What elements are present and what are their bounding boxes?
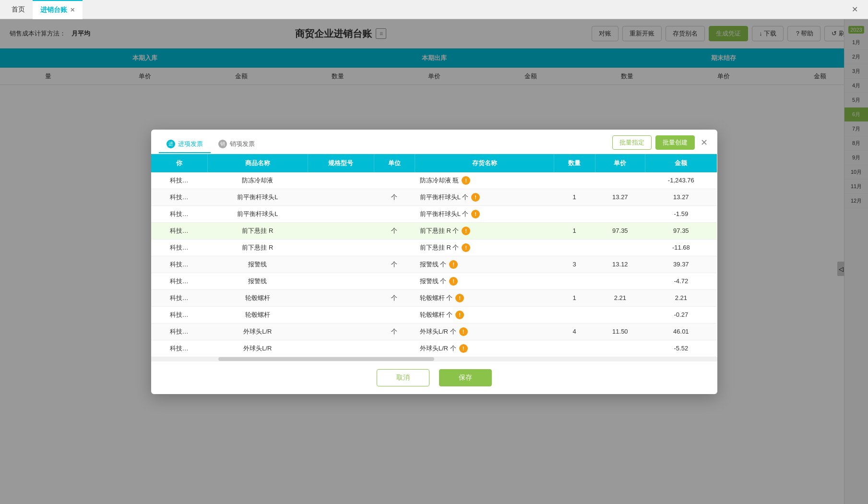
- modal-scrollbar-area[interactable]: [151, 357, 717, 361]
- cell-qty: [554, 273, 595, 289]
- cell-company: 科技…: [151, 172, 208, 189]
- tab-ledger[interactable]: 进销台账 ✕: [33, 0, 83, 19]
- warning-icon[interactable]: !: [462, 243, 470, 252]
- tab-ledger-close[interactable]: ✕: [70, 7, 75, 13]
- cell-inventory: 轮毂螺杆 个!: [415, 289, 554, 306]
- cell-spec: [308, 222, 374, 239]
- cell-product: 报警线: [207, 273, 308, 289]
- cell-product: 外球头L/R: [207, 323, 308, 340]
- cell-price: 13.12: [595, 256, 645, 273]
- cell-unit: [374, 205, 415, 222]
- tab-home[interactable]: 首页: [4, 0, 33, 19]
- cell-amount: -0.27: [645, 306, 717, 323]
- tab-bar: 首页 进销台账 ✕ ✕: [0, 0, 868, 19]
- cell-price: [595, 306, 645, 323]
- cancel-button[interactable]: 取消: [377, 369, 429, 386]
- window-close-button[interactable]: ✕: [845, 0, 864, 19]
- cell-qty: 1: [554, 189, 595, 205]
- main-page: 销售成本计算方法： 月平均 商贸企业进销台账 ≡ 对账 重新开账 存货别名 生成…: [0, 19, 868, 504]
- cell-inventory: 报警线 个!: [415, 273, 554, 289]
- warning-icon[interactable]: !: [455, 311, 464, 319]
- cell-product: 前平衡杆球头L: [207, 205, 308, 222]
- cell-spec: [308, 273, 374, 289]
- cell-amount: -5.52: [645, 340, 717, 357]
- col-product: 商品名称: [207, 154, 308, 172]
- cell-spec: [308, 256, 374, 273]
- cell-unit: 个: [374, 289, 415, 306]
- cell-product: 前下悬挂 R: [207, 222, 308, 239]
- cell-product: 轮毂螺杆: [207, 289, 308, 306]
- warning-icon[interactable]: !: [471, 210, 480, 218]
- cell-product: 报警线: [207, 256, 308, 273]
- cell-company: 科技…: [151, 289, 208, 306]
- cell-price: 11.50: [595, 323, 645, 340]
- tab-bar-right: ✕: [845, 0, 864, 19]
- table-row: 科技…外球头L/R个外球头L/R 个!411.5046.01: [151, 323, 717, 340]
- cell-unit: 个: [374, 222, 415, 239]
- col-amount: 金额: [645, 154, 717, 172]
- cell-product: 防冻冷却液: [207, 172, 308, 189]
- table-row: 科技…报警线个报警线 个!313.1239.37: [151, 256, 717, 273]
- cell-amount: -1.59: [645, 205, 717, 222]
- modal-close-button[interactable]: ✕: [699, 137, 710, 148]
- col-qty: 数量: [554, 154, 595, 172]
- cell-inventory: 前下悬挂 R 个!: [415, 239, 554, 256]
- table-row: 科技…轮毂螺杆轮毂螺杆 个!-0.27: [151, 306, 717, 323]
- warning-icon[interactable]: !: [449, 277, 458, 286]
- cell-amount: -4.72: [645, 273, 717, 289]
- cell-company: 科技…: [151, 256, 208, 273]
- col-company: 你: [151, 154, 208, 172]
- cell-price: 97.35: [595, 222, 645, 239]
- batch-create-button[interactable]: 批量创建: [655, 135, 695, 150]
- warning-icon[interactable]: !: [459, 344, 468, 353]
- modal-tab-incoming[interactable]: 进 进项发票: [159, 136, 211, 153]
- cell-unit: 个: [374, 323, 415, 340]
- table-header-row: 你 商品名称 规格型号 单位 存货名称 数量 单价 金额: [151, 154, 717, 172]
- save-button[interactable]: 保存: [439, 369, 492, 386]
- modal-header: 进 进项发票 销 销项发票 批量指定 批量创建 ✕: [151, 130, 717, 154]
- cell-qty: 3: [554, 256, 595, 273]
- col-price: 单价: [595, 154, 645, 172]
- cell-spec: [308, 323, 374, 340]
- modal-scrollbar-thumb[interactable]: [218, 357, 434, 361]
- cell-company: 科技…: [151, 323, 208, 340]
- cell-company: 科技…: [151, 222, 208, 239]
- table-row: 科技…报警线报警线 个!-4.72: [151, 273, 717, 289]
- cell-spec: [308, 306, 374, 323]
- cell-spec: [308, 340, 374, 357]
- warning-icon[interactable]: !: [449, 260, 458, 269]
- cell-price: [595, 273, 645, 289]
- modal-header-right: 批量指定 批量创建 ✕: [612, 135, 710, 154]
- warning-icon[interactable]: !: [462, 176, 470, 185]
- cell-unit: [374, 239, 415, 256]
- cell-price: [595, 340, 645, 357]
- cell-qty: [554, 239, 595, 256]
- col-spec: 规格型号: [308, 154, 374, 172]
- warning-icon[interactable]: !: [455, 294, 464, 302]
- cell-inventory: 轮毂螺杆 个!: [415, 306, 554, 323]
- cell-inventory: 前下悬挂 R 个!: [415, 222, 554, 239]
- batch-assign-button[interactable]: 批量指定: [612, 135, 652, 150]
- modal-overlay: 进 进项发票 销 销项发票 批量指定 批量创建 ✕: [0, 19, 868, 504]
- warning-icon[interactable]: !: [462, 227, 470, 235]
- cell-unit: [374, 306, 415, 323]
- cell-company: 科技…: [151, 273, 208, 289]
- cell-amount: -11.68: [645, 239, 717, 256]
- cell-qty: [554, 306, 595, 323]
- cell-unit: [374, 340, 415, 357]
- cell-unit: [374, 172, 415, 189]
- cell-price: 13.27: [595, 189, 645, 205]
- cell-amount: 97.35: [645, 222, 717, 239]
- cell-price: [595, 205, 645, 222]
- cell-inventory: 外球头L/R 个!: [415, 340, 554, 357]
- modal-tab-outgoing[interactable]: 销 销项发票: [211, 136, 262, 153]
- warning-icon[interactable]: !: [459, 327, 468, 336]
- cell-company: 科技…: [151, 306, 208, 323]
- cell-qty: [554, 340, 595, 357]
- warning-icon[interactable]: !: [471, 193, 480, 202]
- cell-company: 科技…: [151, 340, 208, 357]
- table-row: 科技…前下悬挂 R前下悬挂 R 个!-11.68: [151, 239, 717, 256]
- table-row: 科技…防冻冷却液防冻冷却液 瓶!-1,243.76: [151, 172, 717, 189]
- cell-company: 科技…: [151, 239, 208, 256]
- table-row: 科技…前平衡杆球头L前平衡杆球头L 个!-1.59: [151, 205, 717, 222]
